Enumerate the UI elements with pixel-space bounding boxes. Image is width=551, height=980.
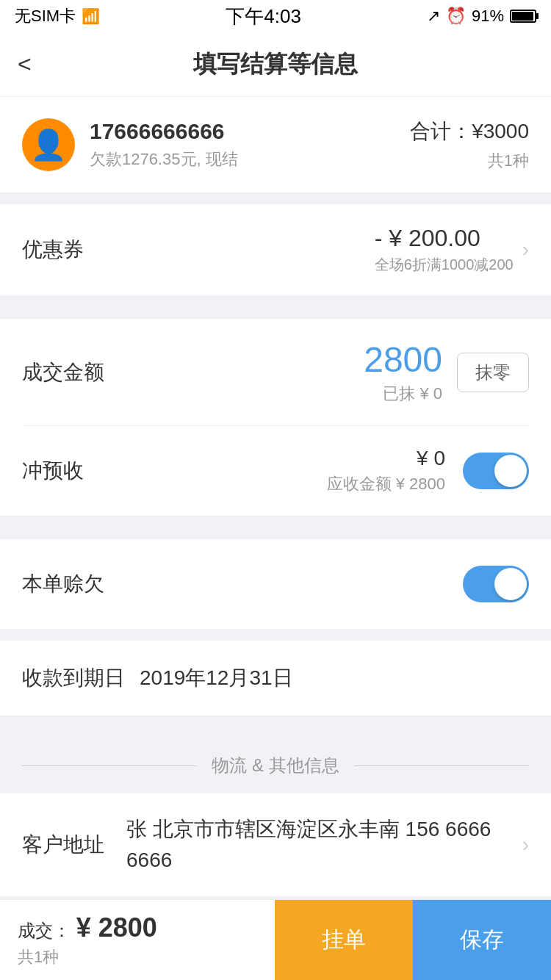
chevron-right-icon: › <box>522 238 529 262</box>
bottom-amount: ¥ 2800 <box>76 912 157 943</box>
logistics-line-right <box>354 765 529 766</box>
prepay-toggle[interactable] <box>463 453 529 489</box>
coupon-row[interactable]: 优惠券 - ¥ 200.00 全场6折满1000减200 › <box>0 204 551 295</box>
header: < 填写结算等信息 <box>0 32 551 97</box>
coupon-amount: - ¥ 200.00 <box>375 225 514 252</box>
customer-card: 👤 17666666666 欠款1276.35元, 现结 合计：¥3000 共1… <box>0 97 551 192</box>
customer-count: 共1种 <box>410 150 529 172</box>
prepay-amount-col: ¥ 0 应收金额 ¥ 2800 <box>327 447 445 495</box>
customer-phone: 17666666666 <box>90 119 238 144</box>
bottom-buttons: 挂单 保存 <box>275 900 551 980</box>
prepay-sub: 应收金额 ¥ 2800 <box>327 473 445 495</box>
customer-debt: 欠款1276.35元, 现结 <box>90 148 238 170</box>
gray-divider-3 <box>0 727 551 739</box>
wifi-icon: 📶 <box>82 7 100 25</box>
prepay-right: ¥ 0 应收金额 ¥ 2800 <box>327 447 529 495</box>
hold-button[interactable]: 挂单 <box>275 900 413 980</box>
carrier-label: 无SIM卡 <box>15 5 76 27</box>
status-bar: 无SIM卡 📶 下午4:03 ↗ ⏰ 91% <box>0 0 551 32</box>
logistics-line-left <box>22 765 197 766</box>
coupon-desc: 全场6折满1000减200 <box>375 255 514 275</box>
address-label: 客户地址 <box>22 831 104 859</box>
battery-icon <box>510 10 536 23</box>
avatar-icon: 👤 <box>30 128 67 162</box>
customer-left: 👤 17666666666 欠款1276.35元, 现结 <box>22 118 238 171</box>
due-label: 收款到期日 <box>22 664 125 692</box>
coupon-right: - ¥ 200.00 全场6折满1000减200 › <box>375 225 529 275</box>
address-chevron-icon: › <box>522 833 529 857</box>
deal-section: 成交金额 2800 已抹 ¥ 0 抹零 冲预收 ¥ 0 应收金额 ¥ 2800 <box>0 319 551 516</box>
customer-right: 合计：¥3000 共1种 <box>410 118 529 172</box>
prepay-amount: ¥ 0 <box>327 447 445 470</box>
debt-toggle-thumb <box>494 568 527 600</box>
avatar: 👤 <box>22 118 75 171</box>
debt-label: 本单赊欠 <box>22 570 104 598</box>
bottom-bar: 成交： ¥ 2800 共1种 挂单 保存 <box>0 899 551 980</box>
toggle-thumb <box>494 455 527 487</box>
back-button[interactable]: < <box>18 51 32 78</box>
due-date-value: 2019年12月31日 <box>140 664 293 692</box>
round-button[interactable]: 抹零 <box>457 353 529 392</box>
location-icon: ↗ <box>427 7 440 26</box>
prepay-label: 冲预收 <box>22 457 84 485</box>
gray-divider-2 <box>0 527 551 539</box>
deal-amount: 2800 <box>364 339 442 380</box>
customer-info: 17666666666 欠款1276.35元, 现结 <box>90 119 238 170</box>
bottom-deal-label: 成交： <box>18 920 71 940</box>
bottom-count: 共1种 <box>18 946 257 968</box>
gray-divider-1 <box>0 307 551 319</box>
logistics-divider: 物流 & 其他信息 <box>0 739 551 792</box>
save-button[interactable]: 保存 <box>413 900 551 980</box>
status-right: ↗ ⏰ 91% <box>427 7 536 26</box>
deal-right: 2800 已抹 ¥ 0 抹零 <box>364 339 529 405</box>
bottom-deal-line: 成交： ¥ 2800 <box>18 912 257 943</box>
deal-sub: 已抹 ¥ 0 <box>364 383 442 405</box>
logistics-text: 物流 & 其他信息 <box>212 754 339 777</box>
bottom-summary: 成交： ¥ 2800 共1种 <box>0 912 275 968</box>
battery-label: 91% <box>472 7 504 26</box>
customer-total: 合计：¥3000 <box>410 118 529 145</box>
status-time: 下午4:03 <box>226 4 301 29</box>
debt-toggle[interactable] <box>463 566 529 602</box>
deal-label: 成交金额 <box>22 359 104 386</box>
address-row[interactable]: 客户地址 张 北京市市辖区海淀区永丰南 156 6666 6666 › <box>0 793 551 896</box>
deal-amount-col: 2800 已抹 ¥ 0 <box>364 339 442 405</box>
alarm-icon: ⏰ <box>446 7 466 26</box>
due-date-row: 收款到期日 2019年12月31日 <box>0 641 551 716</box>
page-title: 填写结算等信息 <box>193 48 358 81</box>
prepay-row: 冲预收 ¥ 0 应收金额 ¥ 2800 <box>22 426 529 516</box>
debt-row: 本单赊欠 <box>0 539 551 629</box>
coupon-info: - ¥ 200.00 全场6折满1000减200 <box>375 225 514 275</box>
content: 👤 17666666666 欠款1276.35元, 现结 合计：¥3000 共1… <box>0 97 551 980</box>
address-content: 张 北京市市辖区海淀区永丰南 156 6666 6666 <box>126 814 522 876</box>
deal-row: 成交金额 2800 已抹 ¥ 0 抹零 <box>22 319 529 426</box>
coupon-label: 优惠券 <box>22 236 84 264</box>
status-left: 无SIM卡 📶 <box>15 5 100 27</box>
